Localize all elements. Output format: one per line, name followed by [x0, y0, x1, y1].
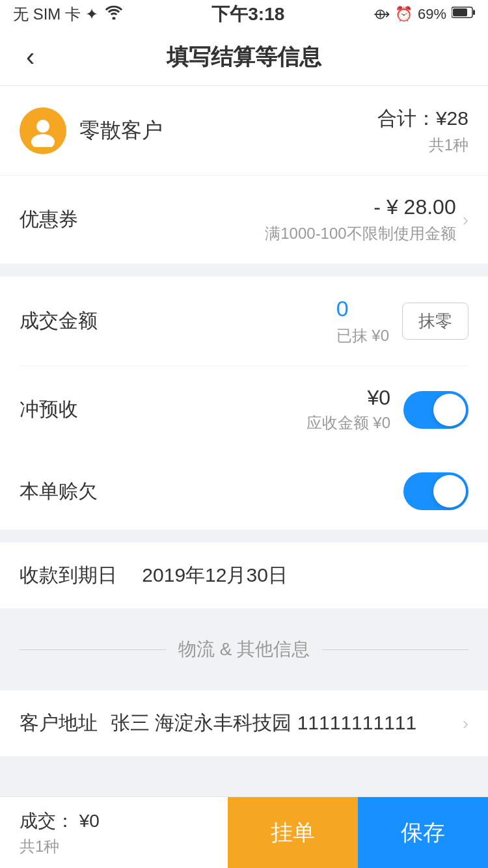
- content: 零散客户 合计：¥28 共1种 优惠券 - ¥ 28.00 满1000-100不…: [0, 86, 488, 834]
- prepay-amounts: ¥0 应收金额 ¥0: [306, 386, 390, 433]
- status-left: 无 SIM 卡 ✦: [13, 4, 123, 25]
- amount-section: 成交金额 0 已抹 ¥0 抹零 冲预收 ¥0 应收金额 ¥0: [0, 277, 488, 453]
- prepay-label: 冲预收: [20, 396, 78, 423]
- coupon-discount: - ¥ 28.00: [265, 195, 455, 219]
- logistics-label: 物流 & 其他信息: [178, 639, 310, 659]
- due-date-value: 2019年12月30日: [142, 564, 287, 586]
- total-amount: 合计：¥28: [377, 105, 468, 132]
- total-count: 共1种: [377, 135, 468, 156]
- customer-row: 零散客户 合计：¥28 共1种: [0, 86, 488, 175]
- amount-row: 成交金额 0 已抹 ¥0 抹零: [20, 277, 468, 366]
- customer-left: 零散客户: [20, 107, 163, 154]
- status-time: 下午3:18: [211, 2, 284, 27]
- wifi-icon: [105, 5, 123, 23]
- prepay-amount: ¥0: [306, 386, 390, 410]
- round-button[interactable]: 抹零: [402, 303, 468, 340]
- coupon-label: 优惠券: [20, 206, 78, 233]
- coupon-right: - ¥ 28.00 满1000-100不限制使用金额: [265, 195, 455, 244]
- logistics-header: 物流 & 其他信息: [0, 621, 488, 677]
- debt-toggle-knob: [433, 475, 466, 508]
- svg-rect-1: [473, 10, 475, 15]
- location-icon: ⟴: [373, 6, 390, 23]
- amount-value: 0: [336, 296, 349, 321]
- amount-sub: 已抹 ¥0: [336, 325, 389, 346]
- debt-label: 本单赊欠: [20, 478, 98, 505]
- coupon-chevron-icon: ›: [463, 210, 468, 230]
- amount-right: 0 已抹 ¥0 抹零: [336, 296, 468, 346]
- debt-toggle[interactable]: [403, 472, 468, 510]
- battery-icon: [452, 6, 475, 23]
- svg-point-3: [36, 120, 49, 133]
- bottom-transaction: 成交： ¥0: [20, 809, 208, 834]
- customer-section: 零散客户 合计：¥28 共1种 优惠券 - ¥ 28.00 满1000-100不…: [0, 86, 488, 264]
- prepay-row: 冲预收 ¥0 应收金额 ¥0: [20, 366, 468, 453]
- debt-section: 本单赊欠: [0, 453, 488, 530]
- address-value: 张三 海淀永丰科技园 11111111111: [111, 710, 463, 737]
- bottom-info: 成交： ¥0 共1种: [0, 809, 228, 857]
- amount-label: 成交金额: [20, 308, 98, 334]
- customer-right: 合计：¥28 共1种: [377, 105, 468, 156]
- battery-label: 69%: [418, 6, 446, 23]
- svg-point-4: [31, 134, 55, 147]
- status-right: ⟴ ⏰ 69%: [373, 6, 475, 23]
- prepay-right: ¥0 应收金额 ¥0: [306, 386, 468, 433]
- bottom-bar: 成交： ¥0 共1种 挂单 保存: [0, 796, 488, 868]
- due-date-label: 收款到期日: [20, 564, 117, 586]
- address-section[interactable]: 客户地址 张三 海淀永丰科技园 11111111111 ›: [0, 690, 488, 756]
- address-label: 客户地址: [20, 710, 98, 737]
- due-date-section: 收款到期日 2019年12月30日: [0, 543, 488, 608]
- sim-label: 无 SIM 卡 ✦: [13, 4, 98, 25]
- bottom-transaction-value: ¥0: [79, 811, 100, 831]
- customer-name: 零散客户: [79, 116, 163, 145]
- svg-rect-2: [453, 8, 467, 16]
- hang-button[interactable]: 挂单: [228, 797, 358, 869]
- save-button[interactable]: 保存: [358, 797, 488, 869]
- prepay-toggle[interactable]: [403, 391, 468, 429]
- prepay-sub: 应收金额 ¥0: [306, 413, 390, 433]
- divider-1: [0, 608, 488, 621]
- back-button[interactable]: ‹: [20, 36, 41, 78]
- coupon-desc: 满1000-100不限制使用金额: [265, 223, 455, 244]
- nav-bar: ‹ 填写结算等信息: [0, 29, 488, 86]
- customer-avatar: [20, 107, 66, 154]
- coupon-row[interactable]: 优惠券 - ¥ 28.00 满1000-100不限制使用金额 ›: [0, 175, 488, 264]
- bottom-count: 共1种: [20, 836, 208, 857]
- status-bar: 无 SIM 卡 ✦ 下午3:18 ⟴ ⏰ 69%: [0, 0, 488, 29]
- alarm-icon: ⏰: [395, 6, 413, 23]
- toggle-knob: [433, 394, 466, 426]
- address-chevron-icon: ›: [463, 713, 468, 734]
- page-title: 填写结算等信息: [167, 42, 321, 72]
